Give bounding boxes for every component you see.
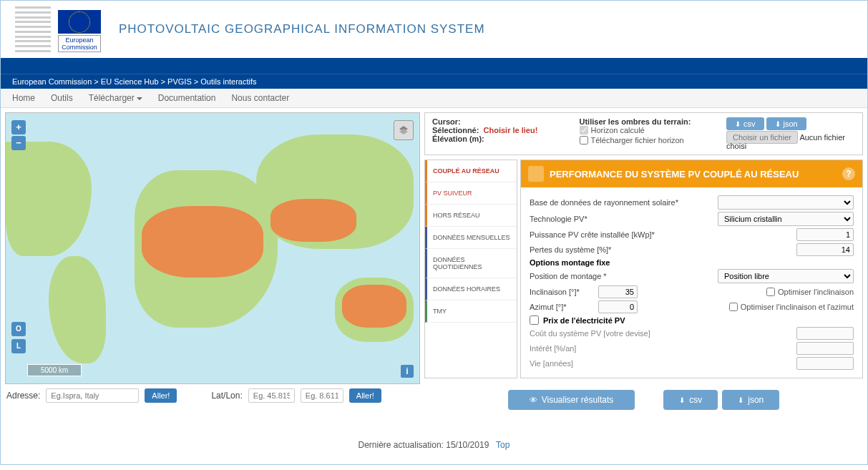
tab-hourly-data[interactable]: DONNÉES HORAIRES (425, 278, 517, 300)
selected-label: Sélectionné: (432, 126, 479, 134)
layers-icon (398, 124, 409, 136)
panel-header: PERFORMANCE DU SYSTÈME PV COUPLÉ AU RÉSE… (521, 160, 862, 187)
latlon-label: Lat/Lon: (211, 391, 242, 401)
download-icon (735, 119, 741, 128)
lat-input[interactable] (248, 388, 295, 403)
tab-off-grid[interactable]: HORS RÉSEAU (425, 205, 517, 227)
ec-logo: European Commission (15, 6, 83, 52)
last-updated: Dernière actualisation: 15/10/2019 (359, 440, 489, 450)
address-input[interactable] (46, 388, 139, 403)
address-label: Adresse: (6, 391, 40, 401)
visualize-button[interactable]: Visualiser résultats (508, 390, 635, 410)
logo-stripes (15, 6, 51, 52)
optimize-slope-checkbox[interactable]: Optimiser l'inclinaison (766, 288, 854, 296)
site-title: PHOTOVOLTAIC GEOGRAPHICAL INFORMATION SY… (119, 22, 485, 36)
address-go-button[interactable]: Aller! (145, 388, 177, 403)
main-nav: Home Outils Télécharger Documentation No… (1, 89, 867, 108)
azimuth-label: Azimut [°]* (530, 303, 594, 311)
zoom-in-button[interactable]: + (11, 120, 26, 134)
slope-label: Inclinaison [°]* (530, 288, 594, 296)
download-horizon-checkbox[interactable]: Télécharger fichier horizon (580, 136, 684, 145)
map[interactable]: + − O L 5000 km i (5, 112, 420, 384)
breadcrumb: European Commission > EU Science Hub > P… (1, 74, 867, 89)
fixed-options-header: Options montage fixe (530, 258, 854, 267)
latlon-go-button[interactable]: Aller! (349, 388, 381, 403)
cost-label: Coût du système PV [votre devise] (530, 329, 792, 338)
eye-icon (530, 395, 537, 405)
download-icon (738, 395, 743, 405)
tab-tmy[interactable]: TMY (425, 300, 517, 323)
top-link[interactable]: Top (496, 440, 509, 450)
ec-logo-label: European Commission (58, 35, 101, 52)
breadcrumb-item[interactable]: EU Science Hub (101, 77, 159, 86)
lon-input[interactable] (301, 388, 343, 403)
help-icon[interactable]: ? (842, 167, 855, 180)
price-header: Prix de l'électricité PV (543, 316, 625, 325)
cursor-label: Cursor: (432, 117, 461, 126)
breadcrumb-item[interactable]: European Commission (12, 77, 92, 86)
mounting-label: Position de montage * (530, 272, 713, 280)
elevation-label: Élévation (m): (432, 134, 484, 143)
nav-telecharger[interactable]: Télécharger (89, 93, 142, 103)
tab-daily-data[interactable]: DONNÉES QUOTIDIENNES (425, 249, 517, 278)
breadcrumb-item[interactable]: PVGIS (167, 77, 192, 86)
cost-input (796, 327, 854, 340)
map-l-button[interactable]: L (11, 339, 26, 353)
panel-title: PERFORMANCE DU SYSTÈME PV COUPLÉ AU RÉSE… (550, 169, 799, 180)
nav-outils[interactable]: Outils (51, 93, 73, 103)
export-csv-button[interactable]: csv (663, 390, 718, 410)
lifetime-input (796, 357, 854, 370)
system-loss-input[interactable] (796, 243, 854, 256)
selected-value: Choisir le lieu! (484, 126, 538, 134)
action-buttons: Visualiser résultats csv json (424, 386, 863, 414)
eu-flag-icon (58, 10, 101, 34)
peak-power-input[interactable] (796, 228, 854, 241)
system-loss-label: Pertes du système [%]* (530, 245, 792, 254)
blue-bar (1, 58, 867, 74)
horizon-calc-checkbox[interactable]: Horizon calculé (580, 126, 645, 134)
map-scale: 5000 km (27, 364, 82, 376)
interest-label: Intérêt [%/an] (530, 344, 792, 353)
zoom-out-button[interactable]: − (11, 136, 26, 150)
price-checkbox[interactable] (530, 315, 539, 325)
map-o-button[interactable]: O (11, 322, 26, 336)
azimuth-input[interactable] (598, 300, 638, 313)
top-info-row: Cursor: Sélectionné: Choisir le lieu! Él… (424, 112, 863, 155)
address-bar: Adresse: Aller! Lat/Lon: Aller! (5, 384, 420, 407)
radiation-db-label: Base de données de rayonnement solaire* (530, 198, 713, 207)
form-panel: PERFORMANCE DU SYSTÈME PV COUPLÉ AU RÉSE… (520, 160, 863, 378)
slope-input[interactable] (598, 285, 638, 298)
optimize-both-checkbox[interactable]: Optimiser l'inclinaison et l'azimut (729, 303, 854, 311)
json-button[interactable]: json (766, 117, 806, 130)
breadcrumb-item[interactable]: Outils interactifs (200, 77, 256, 86)
layers-button[interactable] (394, 120, 414, 140)
peak-power-label: Puissance PV crête installée [kWp]* (530, 230, 792, 239)
csv-button[interactable]: csv (726, 117, 764, 130)
panel-icon (528, 166, 544, 182)
nav-documentation[interactable]: Documentation (158, 93, 216, 103)
footer: Dernière actualisation: 15/10/2019 Top (1, 418, 867, 464)
technology-label: Technologie PV* (530, 215, 713, 223)
sidebar-tabs: COUPLÉ AU RÉSEAU PV SUIVEUR HORS RÉSEAU … (424, 160, 517, 378)
tab-grid-connected[interactable]: COUPLÉ AU RÉSEAU (425, 160, 517, 182)
nav-home[interactable]: Home (12, 93, 35, 103)
mounting-select[interactable]: Position libre (718, 269, 854, 283)
download-icon (679, 395, 685, 405)
radiation-db-select[interactable] (718, 195, 854, 210)
lifetime-label: Vie [années] (530, 359, 792, 368)
technology-select[interactable]: Silicium cristallin (718, 212, 854, 226)
header: European Commission PHOTOVOLTAIC GEOGRAP… (1, 1, 867, 58)
tab-tracking-pv[interactable]: PV SUIVEUR (425, 182, 517, 205)
shadow-header: Utiliser les ombres du terrain: (580, 117, 706, 126)
nav-contact[interactable]: Nous contacter (231, 93, 289, 103)
tab-monthly-data[interactable]: DONNÉES MENSUELLES (425, 227, 517, 249)
interest-input (796, 342, 854, 355)
download-icon (775, 119, 781, 128)
map-info-button[interactable]: i (401, 365, 414, 378)
export-json-button[interactable]: json (722, 390, 779, 410)
svg-marker-1 (399, 129, 408, 134)
chevron-down-icon (137, 97, 142, 100)
